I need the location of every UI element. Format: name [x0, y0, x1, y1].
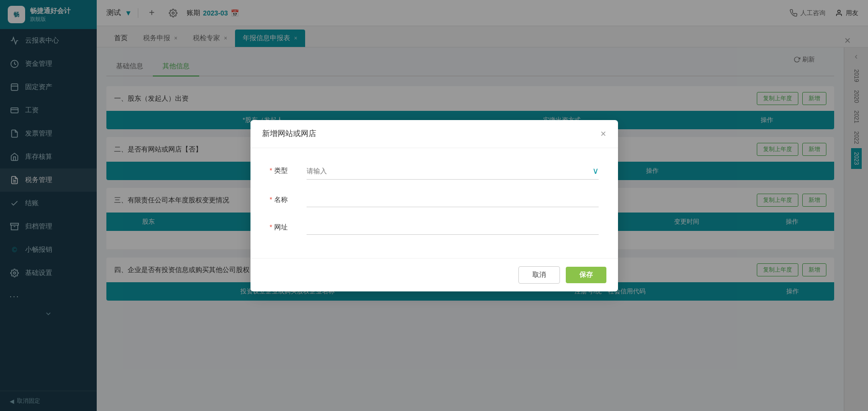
- form-row-type: * 类型 ∨: [270, 163, 599, 180]
- url-input[interactable]: [307, 224, 599, 231]
- type-select[interactable]: ∨: [307, 163, 599, 180]
- type-required: *: [270, 167, 272, 174]
- save-button[interactable]: 保存: [566, 267, 606, 283]
- dialog-add-website: 新增网站或网店 × * 类型 ∨ * 名称: [250, 120, 618, 291]
- dialog-body: * 类型 ∨ * 名称 *: [250, 148, 618, 258]
- url-field-wrapper: [307, 221, 599, 235]
- form-row-url: * 网址: [270, 221, 599, 235]
- name-field-wrapper: [307, 193, 599, 207]
- type-input[interactable]: [307, 167, 592, 175]
- url-label-text: 网址: [274, 223, 288, 231]
- dialog-close-button[interactable]: ×: [601, 129, 606, 138]
- name-label-text: 名称: [274, 196, 288, 203]
- type-label-text: 类型: [274, 167, 288, 174]
- type-chevron-icon: ∨: [592, 166, 599, 176]
- dialog-title: 新增网站或网店: [262, 129, 316, 139]
- name-label: * 名称: [270, 196, 299, 204]
- type-label: * 类型: [270, 167, 299, 175]
- name-input[interactable]: [307, 196, 599, 204]
- name-required: *: [270, 196, 272, 203]
- form-row-name: * 名称: [270, 193, 599, 207]
- url-label: * 网址: [270, 223, 299, 232]
- dialog-overlay[interactable]: 新增网站或网店 × * 类型 ∨ * 名称: [0, 0, 868, 411]
- dialog-header: 新增网站或网店 ×: [250, 120, 618, 148]
- cancel-button[interactable]: 取消: [518, 266, 560, 284]
- dialog-footer: 取消 保存: [250, 258, 618, 291]
- url-required: *: [270, 223, 272, 231]
